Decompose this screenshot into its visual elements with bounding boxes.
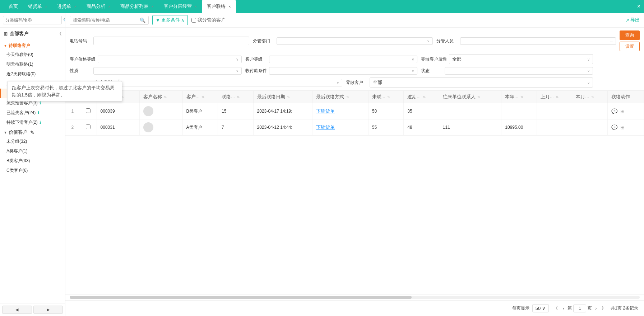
settings-button[interactable]: 设置 [620, 42, 640, 51]
main-search-input[interactable] [73, 18, 138, 23]
close-all-button[interactable]: × [637, 3, 640, 10]
sort-year-icon[interactable]: ⇅ [520, 95, 523, 99]
all-customers-header[interactable]: ⊞ 全部客户 《 [0, 28, 65, 40]
th-this-year: 本年... ⇅ [501, 91, 537, 103]
table-row: 1 000039 B类客户 15 2023 [65, 103, 644, 119]
close-product-analysis-icon[interactable]: × [108, 0, 110, 13]
nav-tab-customer-contact[interactable]: 客户联络 × [202, 0, 236, 13]
prev-page-button[interactable]: ‹ [561, 305, 566, 312]
sort-last-month-icon[interactable]: ⇅ [556, 95, 559, 99]
row-unreply-2: 55 [368, 119, 404, 136]
scroll-track[interactable] [70, 296, 640, 299]
phone-input[interactable] [93, 37, 249, 45]
nav-tab-product-analysis[interactable]: 商品分析 × [82, 0, 115, 13]
status-select[interactable]: ∨ [445, 67, 593, 75]
sidebar: 🔍 ⊞ 全部客户 《 待联络客户 今天待联络(0) 明天待联络(1) 近7天待联… [0, 13, 65, 316]
page-size-select[interactable]: 50 ∨ [532, 304, 549, 312]
gender-select[interactable]: ∨ [93, 67, 242, 75]
row-unreply-1: 50 [368, 103, 404, 119]
customer-level-chevron-icon: ∨ [412, 57, 414, 61]
page-number-input[interactable] [573, 305, 586, 312]
sidebar-left-btn[interactable]: ◀ [2, 306, 32, 314]
row-overdue-1: 35 [404, 103, 439, 119]
horizontal-scrollbar[interactable] [65, 294, 644, 300]
sort-level-icon[interactable]: ⇅ [201, 95, 204, 99]
chevron-down-icon: ∧ [181, 18, 185, 23]
sidebar-item-tomorrow[interactable]: 明天待联络(1) [0, 60, 65, 69]
nav-tab-home[interactable]: 首页 [4, 0, 23, 13]
sort-way-icon[interactable]: ⇅ [346, 95, 349, 99]
sort-unreply-icon[interactable]: ⇅ [387, 95, 390, 99]
action-chat-icon-1[interactable]: 💬 [611, 108, 617, 114]
sort-overdue-icon[interactable]: ⇅ [423, 95, 426, 99]
sidebar-item-class-c[interactable]: C类客户(6) [0, 166, 65, 175]
price-level-chevron-icon: ∨ [236, 57, 238, 61]
customer-level-select[interactable]: ∨ [269, 56, 417, 63]
customer-type-select[interactable]: ∨ [119, 79, 342, 86]
query-button[interactable]: 查询 [620, 30, 640, 40]
more-conditions-btn[interactable]: ▼ 更多条件 ∧ [152, 15, 188, 25]
status-cell: 状态 ∨ [421, 67, 593, 75]
sidebar-item-churned[interactable]: 已流失客户(24) ℹ [0, 108, 65, 118]
sort-contact-icon[interactable]: ⇅ [237, 95, 240, 99]
row-way-link-2[interactable]: 下销货单 [316, 124, 335, 130]
row-select-2[interactable] [86, 124, 91, 129]
filter-icon: ▼ [156, 18, 160, 23]
price-level-select[interactable]: ∨ [98, 56, 242, 63]
last-page-button[interactable]: 》 [600, 305, 608, 312]
sort-person-icon[interactable]: ⇅ [477, 95, 480, 99]
sidebar-item-ungrouped[interactable]: 未分组(32) [0, 137, 65, 146]
customer-level-cell: 客户等级 ∨ [245, 56, 417, 63]
edit-value-group-icon[interactable]: ✎ [30, 130, 34, 135]
nav-tab-customer-tier[interactable]: 客户分层经营 × [159, 0, 202, 13]
my-customers-checkbox-label[interactable]: 我分管的客户 [191, 17, 226, 23]
action-grid-icon-1[interactable]: ⊞ [620, 108, 625, 114]
action-grid-icon-2[interactable]: ⊞ [620, 124, 625, 130]
sidebar-item-today[interactable]: 今天待联络(0) [0, 50, 65, 60]
nav-tab-product-analysis-list[interactable]: 商品分析列表 × [115, 0, 158, 13]
th-contact-person: 往来单位联系人 ⇅ [439, 91, 501, 103]
sort-date-icon[interactable]: ⇅ [287, 95, 290, 99]
th-action: 联络动作 [607, 91, 644, 103]
row-way-link-1[interactable]: 下销货单 [316, 108, 335, 114]
retail-customer-cell: 零散客户 全部 ∨ [346, 77, 593, 88]
sidebar-item-declining[interactable]: 持续下滑客户(2) ℹ [0, 118, 65, 127]
row-name-2 [140, 119, 182, 136]
nav-tab-purchase[interactable]: 进货单 × [52, 0, 81, 13]
my-customers-checkbox[interactable] [191, 18, 196, 23]
close-purchase-icon[interactable]: × [74, 0, 76, 13]
content-area: 🔍 ▼ 更多条件 ∧ 我分管的客户 ↗ 导出 [65, 13, 644, 316]
close-customer-contact-icon[interactable]: × [228, 0, 231, 13]
filter-row-3: 性质 ∨ 收付款条件 ∨ 状态 [70, 67, 640, 75]
main-search-icon[interactable]: 🔍 [140, 18, 145, 23]
sidebar-item-class-a[interactable]: A类客户(1) [0, 146, 65, 156]
close-sales-icon[interactable]: × [45, 0, 47, 13]
status-chevron-icon: ∨ [587, 69, 590, 73]
row-way-2: 下销货单 [312, 119, 368, 136]
top-nav: 首页 销货单 × 进货单 × 商品分析 × 商品分析列表 × 客户分层经营 × … [0, 0, 644, 13]
export-button[interactable]: ↗ 导出 [625, 17, 640, 23]
table-header-row: ⚙ 客户编码 ⇅ 客户名称 ⇅ [65, 91, 644, 103]
row-overdue-2: 48 [404, 119, 439, 136]
scroll-thumb[interactable] [70, 296, 412, 299]
sort-this-month-icon[interactable]: ⇅ [591, 95, 594, 99]
action-chat-icon-2[interactable]: 💬 [611, 124, 617, 130]
close-customer-tier-icon[interactable]: × [195, 0, 197, 13]
next-page-button[interactable]: › [593, 305, 598, 312]
retail-customer-select[interactable]: 全部 ∨ [370, 77, 593, 88]
category-search-input[interactable] [3, 16, 62, 24]
filter-row-4: ... 客户类型 ∨ 零散客户 全部 ∨ [70, 77, 640, 88]
row-select-1[interactable] [86, 108, 91, 113]
sidebar-right-btn[interactable]: ▶ [33, 306, 63, 314]
nav-tab-sales[interactable]: 销货单 × [23, 0, 52, 13]
first-page-button[interactable]: 《 [552, 305, 560, 312]
th-last-month: 上月... ⇅ [537, 91, 572, 103]
dept-select[interactable]: ∨ [277, 37, 432, 45]
sort-name-icon[interactable]: ⇅ [164, 95, 167, 99]
retail-attr-select[interactable]: 全部 ∨ [449, 54, 593, 64]
sidebar-item-class-b[interactable]: B类客户(33) [0, 156, 65, 166]
payment-select[interactable]: ∨ [269, 67, 417, 75]
person-select[interactable]: ··· [460, 37, 616, 45]
close-product-analysis-list-icon[interactable]: × [151, 0, 153, 13]
sidebar-item-7days[interactable]: 近7天待联络(0) [0, 69, 65, 79]
